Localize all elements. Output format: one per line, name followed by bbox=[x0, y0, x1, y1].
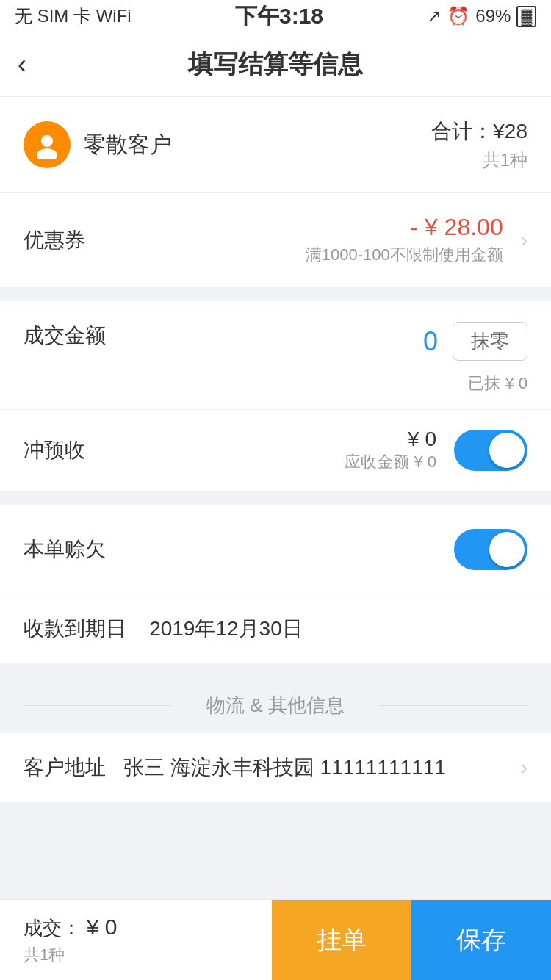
coupon-value-block: - ¥ 28.00 满1000-100不限制使用金额 bbox=[306, 214, 503, 266]
save-button[interactable]: 保存 bbox=[411, 900, 551, 980]
status-right: ↗ ⏰ 69% ▓ bbox=[427, 6, 536, 27]
pre-collect-text: ¥ 0 应收金额 ¥ 0 bbox=[345, 428, 436, 473]
coupon-desc: 满1000-100不限制使用金额 bbox=[306, 244, 503, 266]
pre-collect-sub: 应收金额 ¥ 0 bbox=[345, 451, 436, 473]
location-icon: ↗ bbox=[427, 6, 442, 26]
battery-text: 69% bbox=[475, 6, 511, 26]
coupon-right: - ¥ 28.00 满1000-100不限制使用金额 › bbox=[306, 214, 527, 266]
amount-row: 成交金额 0 抹零 bbox=[0, 301, 551, 372]
status-bar: 无 SIM 卡 WiFi 下午3:18 ↗ ⏰ 69% ▓ bbox=[0, 0, 551, 32]
address-label: 客户地址 bbox=[24, 754, 106, 782]
round-button[interactable]: 抹零 bbox=[453, 322, 527, 361]
page-title: 填写结算等信息 bbox=[188, 48, 363, 82]
chevron-right-icon: › bbox=[521, 228, 527, 252]
status-left: 无 SIM 卡 WiFi bbox=[15, 4, 132, 28]
hang-button[interactable]: 挂单 bbox=[272, 900, 411, 980]
amount-sub: 已抹 ¥ 0 bbox=[0, 372, 551, 409]
customer-right: 合计：¥28 共1种 bbox=[431, 118, 527, 172]
address-row[interactable]: 客户地址 张三 海淀永丰科技园 11111111111 › bbox=[0, 733, 551, 802]
content-area: 零散客户 合计：¥28 共1种 优惠券 - ¥ 28.00 满1000-100不… bbox=[0, 97, 551, 905]
svg-point-0 bbox=[41, 135, 53, 147]
pre-collect-label: 冲预收 bbox=[24, 436, 85, 464]
due-date-row: 收款到期日 2019年12月30日 bbox=[0, 594, 551, 663]
customer-left: 零散客户 bbox=[24, 121, 172, 168]
pre-collect-amount: ¥ 0 bbox=[345, 428, 436, 451]
logistics-label: 物流 & 其他信息 bbox=[0, 693, 551, 718]
toggle-knob bbox=[489, 433, 525, 468]
nav-bar: ‹ 填写结算等信息 bbox=[0, 32, 551, 97]
customer-row: 零散客户 合计：¥28 共1种 bbox=[0, 97, 551, 192]
due-date-prefix: 收款到期日 bbox=[24, 617, 126, 640]
sim-wifi-text: 无 SIM 卡 WiFi bbox=[15, 4, 132, 28]
footer-count: 共1种 bbox=[24, 944, 248, 966]
footer-info: 成交： ¥ 0 共1种 bbox=[0, 900, 272, 980]
due-date-label: 收款到期日 2019年12月30日 bbox=[24, 617, 303, 640]
address-chevron-icon: › bbox=[521, 756, 527, 779]
coupon-label: 优惠券 bbox=[24, 226, 85, 254]
customer-section: 零散客户 合计：¥28 共1种 优惠券 - ¥ 28.00 满1000-100不… bbox=[0, 97, 551, 287]
debt-toggle[interactable] bbox=[454, 529, 527, 570]
logistics-divider: 物流 & 其他信息 bbox=[0, 678, 551, 733]
total-amount: 合计：¥28 bbox=[431, 118, 527, 145]
debt-label: 本单赊欠 bbox=[24, 536, 106, 563]
customer-name: 零散客户 bbox=[84, 130, 172, 160]
battery-icon: ▓ bbox=[516, 6, 536, 27]
transaction-section: 成交金额 0 抹零 已抹 ¥ 0 冲预收 ¥ 0 应收金额 ¥ 0 bbox=[0, 301, 551, 491]
coupon-row[interactable]: 优惠券 - ¥ 28.00 满1000-100不限制使用金额 › bbox=[0, 192, 551, 287]
pre-collect-right: ¥ 0 应收金额 ¥ 0 bbox=[345, 428, 527, 473]
status-time: 下午3:18 bbox=[235, 1, 323, 32]
back-button[interactable]: ‹ bbox=[18, 49, 26, 80]
due-date-value: 2019年12月30日 bbox=[149, 617, 303, 640]
svg-point-1 bbox=[37, 148, 57, 159]
debt-section: 本单赊欠 收款到期日 2019年12月30日 bbox=[0, 505, 551, 663]
amount-label: 成交金额 bbox=[24, 322, 106, 350]
footer: 成交： ¥ 0 共1种 挂单 保存 bbox=[0, 899, 551, 980]
address-section[interactable]: 客户地址 张三 海淀永丰科技园 11111111111 › bbox=[0, 733, 551, 802]
debt-row: 本单赊欠 bbox=[0, 505, 551, 594]
pre-collect-toggle[interactable] bbox=[454, 430, 527, 471]
footer-deal-amount: ¥ 0 bbox=[87, 915, 118, 939]
total-count: 共1种 bbox=[431, 148, 527, 172]
coupon-value: - ¥ 28.00 bbox=[306, 214, 503, 241]
customer-avatar bbox=[24, 121, 71, 168]
debt-toggle-knob bbox=[489, 532, 525, 567]
footer-deal-line: 成交： ¥ 0 bbox=[24, 915, 248, 941]
amount-right: 0 抹零 bbox=[408, 322, 527, 361]
amount-value[interactable]: 0 bbox=[408, 326, 438, 357]
alarm-icon: ⏰ bbox=[447, 6, 469, 26]
pre-collect-row: 冲预收 ¥ 0 应收金额 ¥ 0 bbox=[0, 409, 551, 491]
address-value: 张三 海淀永丰科技园 11111111111 bbox=[123, 754, 515, 782]
footer-deal-label: 成交： bbox=[24, 917, 81, 939]
